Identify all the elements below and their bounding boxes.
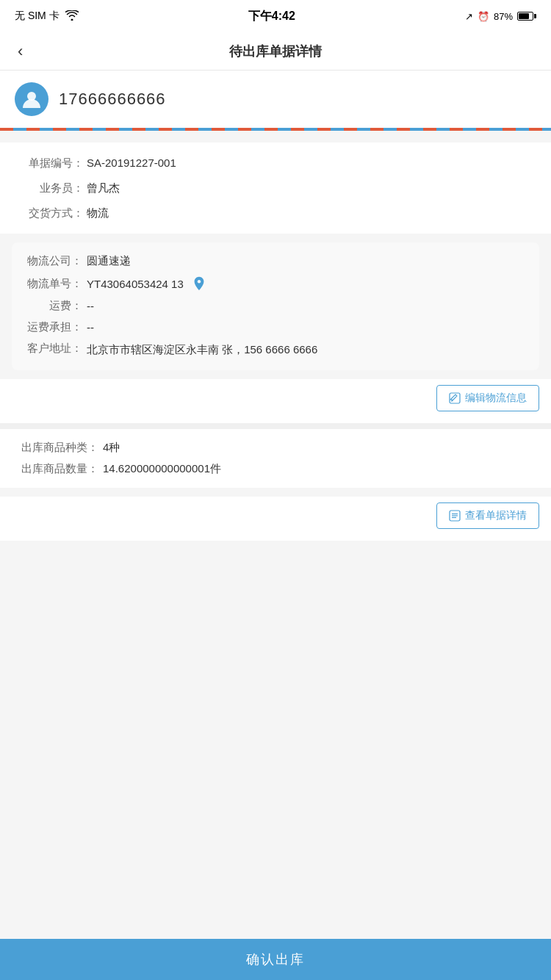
order-no-value: SA-20191227-001 [84,154,533,172]
goods-quantity-row: 出库商品数量： 14.620000000000001件 [18,462,533,476]
tracking-no-label: 物流单号： [24,277,82,291]
view-detail-label: 查看单据详情 [465,509,527,522]
location-pin-icon[interactable] [191,275,207,292]
freight-bearer-row: 运费承担： -- [24,320,527,334]
section-divider [0,423,551,429]
status-right: ↗ ⏰ 87% [465,11,536,22]
status-bar: 无 SIM 卡 下午4:42 ↗ ⏰ 87% [0,0,551,32]
goods-quantity-label: 出库商品数量： [18,462,98,476]
address-value: 北京市市辖区海淀区永丰南 张，156 6666 6666 [82,342,527,359]
order-no-label: 单据编号： [18,154,84,172]
wifi-icon [65,10,79,23]
edit-logistics-label: 编辑物流信息 [465,392,527,405]
goods-types-label: 出库商品种类： [18,441,98,455]
freight-label: 运费： [24,299,82,313]
logistics-company-value: 圆通速递 [82,254,527,268]
freight-bearer-label: 运费承担： [24,320,82,334]
location-icon: ↗ [465,11,473,22]
edit-logistics-button[interactable]: 编辑物流信息 [436,385,539,411]
goods-quantity-value: 14.620000000000001件 [98,462,221,476]
nav-bar: ‹ 待出库单据详情 [0,32,551,71]
freight-bearer-value: -- [82,321,527,334]
delivery-label: 交货方式： [18,204,84,222]
delivery-value: 物流 [84,204,533,222]
status-left: 无 SIM 卡 [15,10,79,23]
delivery-row: 交货方式： 物流 [18,204,533,222]
view-detail-button[interactable]: 查看单据详情 [436,502,539,529]
goods-types-value: 4种 [98,441,120,455]
order-no-row: 单据编号： SA-20191227-001 [18,154,533,172]
list-icon [449,510,461,522]
goods-types-row: 出库商品种类： 4种 [18,441,533,455]
salesperson-value: 曾凡杰 [84,179,533,197]
tracking-no-value: YT43064053424 13 [82,275,527,292]
edit-btn-container: 编辑物流信息 [0,379,551,423]
battery-percent: 87% [494,11,513,22]
salesperson-row: 业务员： 曾凡杰 [18,179,533,197]
content-area: 单据编号： SA-20191227-001 业务员： 曾凡杰 交货方式： 物流 … [0,131,551,699]
order-info-section: 单据编号： SA-20191227-001 业务员： 曾凡杰 交货方式： 物流 [0,143,551,234]
avatar [15,82,48,116]
alarm-icon: ⏰ [478,11,489,22]
view-detail-container: 查看单据详情 [0,497,551,541]
customer-phone: 17666666666 [59,90,166,109]
logistics-card: 物流公司： 圆通速递 物流单号： YT43064053424 13 运费： --… [12,242,539,370]
confirm-outbound-button[interactable]: 确认出库 [0,951,551,968]
battery-icon [517,12,536,21]
back-button[interactable]: ‹ [12,36,29,67]
tracking-no-row: 物流单号： YT43064053424 13 [24,275,527,292]
address-label: 客户地址： [24,342,82,356]
status-time: 下午4:42 [248,9,295,24]
address-row: 客户地址： 北京市市辖区海淀区永丰南 张，156 6666 6666 [24,342,527,359]
customer-header: 17666666666 [0,71,551,128]
carrier-label: 无 SIM 卡 [15,10,60,23]
freight-row: 运费： -- [24,299,527,313]
confirm-btn-area: 确认出库 [0,939,551,980]
edit-icon [449,392,461,404]
bottom-spacer [0,541,551,688]
salesperson-label: 业务员： [18,179,84,197]
logistics-company-label: 物流公司： [24,254,82,268]
page-title: 待出库单据详情 [229,43,322,60]
freight-value: -- [82,300,527,312]
goods-section: 出库商品种类： 4种 出库商品数量： 14.620000000000001件 [0,429,551,488]
logistics-company-row: 物流公司： 圆通速递 [24,254,527,268]
